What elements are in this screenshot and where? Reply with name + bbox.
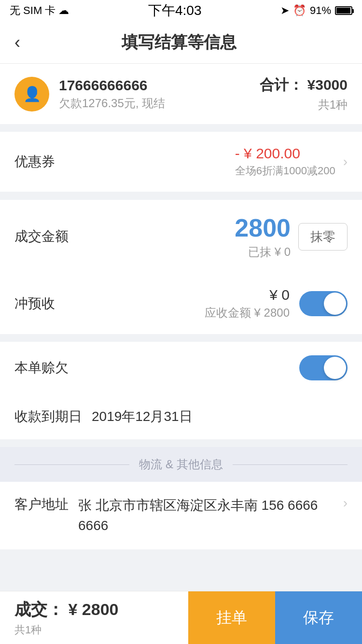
prepay-toggle[interactable] bbox=[299, 291, 348, 316]
customer-sub: 欠款1276.35元, 现结 bbox=[59, 96, 165, 111]
customer-left: 👤 17666666666 欠款1276.35元, 现结 bbox=[14, 77, 165, 112]
footer-info: 成交： ¥ 2800 共1种 bbox=[0, 591, 188, 644]
logistics-section: 物流 & 其他信息 bbox=[0, 447, 362, 482]
prepay-right: ¥ 0 应收金额 ¥ 2800 bbox=[205, 287, 348, 321]
section-line-right bbox=[233, 464, 348, 465]
logistics-label: 物流 & 其他信息 bbox=[139, 457, 223, 472]
avatar-icon: 👤 bbox=[23, 85, 41, 102]
coupon-label: 优惠券 bbox=[14, 153, 55, 171]
prepay-row: 冲预收 ¥ 0 应收金额 ¥ 2800 bbox=[0, 273, 362, 334]
total-label: 合计： bbox=[260, 77, 303, 93]
section-divider-1 bbox=[0, 192, 362, 200]
address-row[interactable]: 客户地址 张 北京市市辖区海淀区永丰南 156 6666 6666 › bbox=[0, 482, 362, 549]
back-button[interactable]: ‹ bbox=[14, 32, 20, 53]
due-value: 2019年12月31日 bbox=[92, 407, 193, 426]
due-label: 收款到期日 bbox=[14, 407, 82, 426]
no-sim-label: 无 SIM 卡 ☁ bbox=[10, 3, 69, 18]
total-count: 共1种 bbox=[260, 97, 348, 112]
coupon-value-area: - ¥ 200.00 全场6折满1000减200 bbox=[235, 145, 335, 178]
customer-phone: 17666666666 bbox=[59, 77, 165, 94]
save-button[interactable]: 保存 bbox=[275, 591, 362, 644]
prepay-label: 冲预收 bbox=[14, 294, 55, 313]
status-time: 下午4:03 bbox=[148, 1, 202, 20]
coupon-chevron-icon: › bbox=[343, 154, 348, 169]
footer-deal-value: ¥ 2800 bbox=[68, 600, 118, 618]
prepay-value: ¥ 0 bbox=[205, 287, 290, 303]
due-date-row: 收款到期日 2019年12月31日 bbox=[0, 394, 362, 439]
round-zero-button[interactable]: 抹零 bbox=[298, 223, 348, 251]
credit-toggle-knob bbox=[324, 357, 346, 379]
deal-label: 成交金额 bbox=[14, 227, 69, 246]
footer-deal-label: 成交： bbox=[14, 600, 64, 618]
deal-amount-row: 成交金额 2800 已抹 ¥ 0 抹零 bbox=[0, 200, 362, 273]
avatar: 👤 bbox=[14, 77, 49, 112]
battery-icon bbox=[335, 6, 352, 15]
customer-info: 17666666666 欠款1276.35元, 现结 bbox=[59, 77, 165, 111]
coupon-row[interactable]: 优惠券 - ¥ 200.00 全场6折满1000减200 › bbox=[0, 132, 362, 192]
status-left: 无 SIM 卡 ☁ bbox=[10, 3, 69, 18]
prepay-value-area: ¥ 0 应收金额 ¥ 2800 bbox=[205, 287, 290, 321]
customer-row: 👤 17666666666 欠款1276.35元, 现结 合计： ¥3000 共… bbox=[0, 64, 362, 124]
total-value: ¥3000 bbox=[307, 77, 348, 93]
prepay-sub: 应收金额 ¥ 2800 bbox=[205, 305, 290, 321]
toggle-knob bbox=[324, 293, 346, 315]
credit-label: 本单赊欠 bbox=[14, 359, 69, 377]
status-right: ➤ ⏰ 91% bbox=[280, 4, 352, 17]
footer-count: 共1种 bbox=[14, 623, 174, 637]
section-divider-3 bbox=[0, 439, 362, 447]
page-title: 填写结算等信息 bbox=[30, 31, 328, 54]
nav-bar: ‹ 填写结算等信息 bbox=[0, 21, 362, 64]
deal-sub: 已抹 ¥ 0 bbox=[235, 244, 291, 260]
deal-amount: 2800 bbox=[235, 213, 291, 242]
address-value: 张 北京市市辖区海淀区永丰南 156 6666 6666 bbox=[78, 495, 330, 536]
coupon-right: - ¥ 200.00 全场6折满1000减200 › bbox=[235, 145, 348, 178]
coupon-desc: 全场6折满1000减200 bbox=[235, 164, 335, 178]
address-chevron-icon: › bbox=[343, 495, 348, 511]
footer-deal-amount: 成交： ¥ 2800 bbox=[14, 599, 174, 621]
footer: 成交： ¥ 2800 共1种 挂单 保存 bbox=[0, 591, 362, 644]
coupon-amount: - ¥ 200.00 bbox=[235, 145, 335, 162]
address-label: 客户地址 bbox=[14, 495, 69, 514]
customer-right: 合计： ¥3000 共1种 bbox=[260, 75, 348, 112]
hang-button[interactable]: 挂单 bbox=[188, 591, 275, 644]
alarm-icon: ⏰ bbox=[293, 4, 306, 17]
section-line-left bbox=[14, 464, 129, 465]
deal-value-area: 2800 已抹 ¥ 0 bbox=[235, 213, 291, 260]
location-icon: ➤ bbox=[280, 4, 289, 17]
total-amount: 合计： ¥3000 bbox=[260, 75, 348, 95]
deal-right: 2800 已抹 ¥ 0 抹零 bbox=[235, 213, 348, 260]
customer-card: 👤 17666666666 欠款1276.35元, 现结 合计： ¥3000 共… bbox=[0, 64, 362, 124]
battery-percent: 91% bbox=[310, 4, 331, 17]
section-divider-2 bbox=[0, 334, 362, 342]
credit-row: 本单赊欠 bbox=[0, 342, 362, 394]
credit-toggle[interactable] bbox=[299, 355, 348, 380]
status-bar: 无 SIM 卡 ☁ 下午4:03 ➤ ⏰ 91% bbox=[0, 0, 362, 21]
